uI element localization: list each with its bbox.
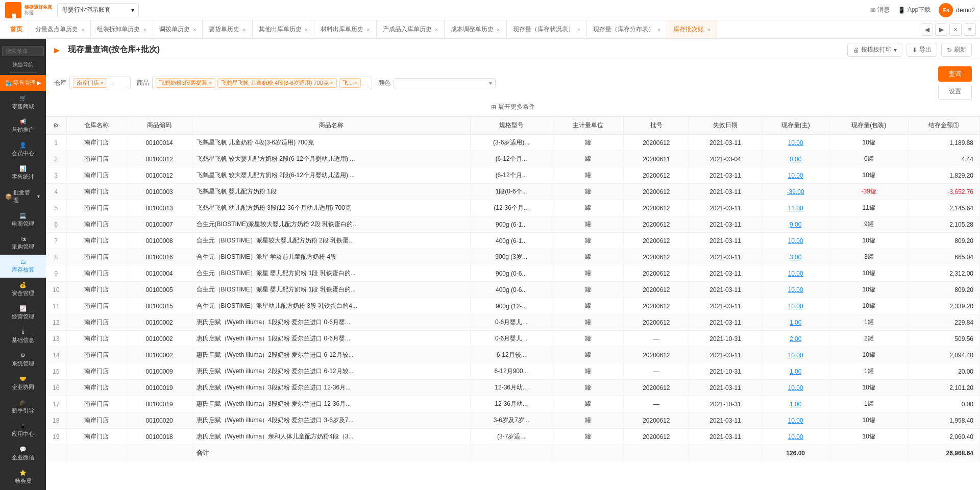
tab-close-icon[interactable]: ×	[143, 27, 146, 33]
row-qty[interactable]: 11.00	[762, 200, 829, 216]
table-row: 13 南岸门店 00100002 惠氏启赋（Wyeth illuma）1段奶粉 …	[46, 331, 980, 347]
toggle-arrow-btn[interactable]: ▶	[54, 46, 60, 54]
tab-prev-btn[interactable]: ◀	[921, 23, 933, 36]
sidebar-item-marketing[interactable]: 📢 营销推广	[0, 114, 46, 138]
row-qty[interactable]: 10.00	[762, 167, 829, 184]
warehouse-selector[interactable]: 母婴行业演示账套 ▾	[57, 3, 139, 17]
product-tag-3[interactable]: 飞... ×	[339, 78, 361, 88]
tab-qitatachuku[interactable]: 其他出库单历史 ×	[253, 20, 314, 39]
row-qty[interactable]: 10.00	[762, 412, 829, 429]
product-tag-1[interactable]: 飞鹤奶粉3段两提装 ×	[156, 78, 215, 88]
row-amount: 2,339.20	[908, 298, 979, 314]
sidebar-item-inventory[interactable]: 🗂 库存核算	[0, 255, 46, 278]
tab-close-icon[interactable]: ×	[81, 27, 84, 33]
table-row: 14 南岸门店 00100002 惠氏启赋（Wyeth illuma）2段奶粉 …	[46, 347, 980, 363]
tab-cailiaochuku[interactable]: 材料出库单历史 ×	[314, 20, 376, 39]
row-qty[interactable]: 10.00	[762, 429, 829, 445]
operations-icon: 📈	[19, 305, 27, 312]
row-qty[interactable]: 0.00	[762, 151, 829, 167]
sidebar-item-retail-stats[interactable]: 📊 零售统计	[0, 161, 46, 185]
tab-home[interactable]: 首页	[4, 20, 29, 39]
sidebar-item-operations[interactable]: 📈 经营管理	[0, 301, 46, 325]
settings-btn[interactable]: 设置	[938, 84, 972, 100]
product-tag-remove-2[interactable]: ×	[330, 80, 333, 86]
row-qty[interactable]: 10.00	[762, 282, 829, 298]
row-qty[interactable]: 1.00	[762, 396, 829, 412]
tab-close-icon[interactable]: ×	[366, 27, 370, 33]
tab-chenbentu[interactable]: 成本调整单历史 ×	[445, 20, 506, 39]
row-qty[interactable]: 3.00	[762, 249, 829, 265]
tab-xiancunliang-kuang[interactable]: 现存量（库存状况表） ×	[507, 20, 587, 39]
messages-btn[interactable]: ✉ 消息	[870, 6, 890, 14]
product-tag-remove-3[interactable]: ×	[354, 80, 357, 86]
sidebar-item-wechat[interactable]: 💬 企业微信	[0, 442, 46, 465]
row-qty[interactable]: 10.00	[762, 134, 829, 151]
search-input[interactable]	[2, 46, 44, 56]
row-qty[interactable]: 10.00	[762, 380, 829, 396]
th-settings[interactable]: ⚙	[46, 117, 66, 134]
sidebar-item-enterprise[interactable]: 🤝 企业协同	[0, 372, 46, 395]
row-num: 15	[46, 363, 66, 380]
tab-close-icon[interactable]: ×	[577, 27, 580, 33]
sidebar-item-basic-info[interactable]: ℹ 基础信息	[0, 325, 46, 348]
retail-stats-label: 零售统计	[12, 173, 34, 181]
row-batch: 20200612	[624, 429, 689, 445]
tab-close-icon[interactable]: ×	[305, 27, 308, 33]
tab-close-icon[interactable]: ×	[657, 27, 660, 33]
product-tag-remove-1[interactable]: ×	[209, 80, 212, 86]
row-qty[interactable]: 9.00	[762, 216, 829, 233]
tab-next-btn[interactable]: ▶	[935, 23, 947, 36]
tab-kucunpici[interactable]: 库存批次账 ×	[667, 20, 717, 39]
sidebar-item-wholesale[interactable]: 📦 批发管理 ▼	[0, 185, 46, 208]
sidebar-item-retail-mgmt[interactable]: 🏪 零售管理 ▶	[0, 75, 46, 91]
row-qty[interactable]: 1.00	[762, 314, 829, 331]
sidebar-item-member[interactable]: 👤 会员中心	[0, 138, 46, 161]
row-qty[interactable]: 10.00	[762, 265, 829, 282]
sidebar-item-app-center[interactable]: 📱 应用中心	[0, 419, 46, 442]
row-code: 00100020	[127, 412, 192, 429]
product-more-dots: …	[363, 80, 369, 86]
tab-menu-btn[interactable]: ≡	[964, 23, 976, 36]
tab-close-icon[interactable]: ×	[435, 27, 438, 33]
tab-fenliangpandian[interactable]: 分量盘点单历史 ×	[29, 20, 91, 39]
tab-chanchengpinruku[interactable]: 产成品入库单历史 ×	[377, 20, 445, 39]
warehouse-filter-tags[interactable]: 南岸门店 × …	[69, 77, 131, 89]
expand-btn[interactable]: ⊞ 展开更多条件	[491, 103, 535, 111]
sidebar-item-system[interactable]: ⚙ 系统管理	[0, 348, 46, 372]
header-actions: 🖨 按模板打印 ▾ ⬇ 导出 ↻ 刷新	[847, 43, 972, 57]
product-filter-tags[interactable]: 飞鹤奶粉3段两提装 × 飞鹤星飞帆 儿童奶粉 4段(3-6岁适用) 700克 ×…	[152, 77, 372, 89]
row-qty[interactable]: 10.00	[762, 233, 829, 249]
row-warehouse: 南岸门店	[66, 233, 127, 249]
row-qty[interactable]: 10.00	[762, 298, 829, 314]
app-download-btn[interactable]: 📱 App下载	[898, 6, 930, 14]
warehouse-tag-nanan[interactable]: 南岸门店 ×	[73, 78, 107, 88]
refresh-btn[interactable]: ↻ 刷新	[941, 43, 972, 57]
tab-close-all-btn[interactable]: ×	[949, 23, 962, 36]
export-btn[interactable]: ⬇ 导出	[906, 43, 937, 57]
sidebar-item-finance[interactable]: 💰 资金管理	[0, 278, 46, 301]
row-qty[interactable]: 10.00	[762, 347, 829, 363]
tab-close-icon[interactable]: ×	[193, 27, 196, 33]
tab-yaohuo[interactable]: 要货单历史 ×	[203, 20, 252, 39]
tab-diaobodanhistory[interactable]: 调拨单历史 ×	[153, 20, 203, 39]
finance-icon: 💰	[19, 282, 27, 288]
row-qty[interactable]: 1.00	[762, 363, 829, 380]
template-print-btn[interactable]: 🖨 按模板打印 ▾	[847, 43, 902, 57]
sidebar-item-purchase[interactable]: 🛍 采购管理	[0, 232, 46, 255]
sidebar-item-retail-mall[interactable]: 🛒 零售商城	[0, 91, 46, 114]
row-qty[interactable]: -39.00	[762, 184, 829, 200]
query-btn[interactable]: 查询	[938, 66, 972, 82]
sidebar-item-ecommerce[interactable]: 💻 电商管理	[0, 208, 46, 232]
tab-xiancunliang-fenbupiao[interactable]: 现存量（库存分布表） ×	[587, 20, 667, 39]
row-spec: (12-36个月...	[470, 200, 552, 216]
sidebar-item-vip[interactable]: ⭐ 畅会员	[0, 465, 46, 489]
tab-close-icon[interactable]: ×	[707, 27, 710, 33]
tab-close-icon[interactable]: ×	[242, 27, 246, 33]
product-tag-2[interactable]: 飞鹤星飞帆 儿童奶粉 4段(3-6岁适用) 700克 ×	[217, 78, 337, 88]
tab-close-icon[interactable]: ×	[497, 27, 500, 33]
sidebar-item-guide[interactable]: 🎓 新手引导	[0, 395, 46, 419]
warehouse-tag-remove[interactable]: ×	[101, 80, 104, 86]
tab-zuzhangchaijian[interactable]: 组装拆卸单历史 ×	[91, 20, 153, 39]
row-qty[interactable]: 2.00	[762, 331, 829, 347]
color-filter-input[interactable]: ▾	[394, 78, 496, 88]
